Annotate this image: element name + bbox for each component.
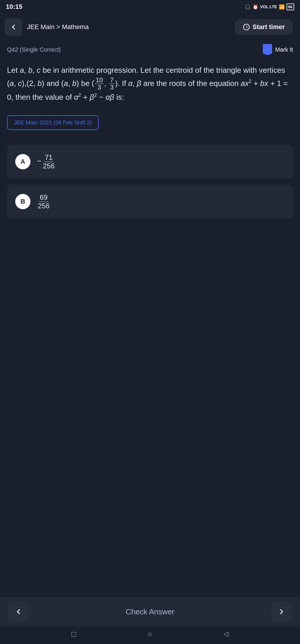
battery-indicator: 86: [287, 4, 294, 10]
option-a-negative: −: [37, 157, 41, 165]
back-button[interactable]: [5, 18, 22, 36]
android-nav-bar: □ ○ ◁: [0, 626, 300, 644]
exam-tag: JEE Main 2021 (24 Feb Shift 2): [7, 115, 99, 130]
question-type: Q42 (Single Correct): [7, 46, 61, 53]
clock-icon: [243, 24, 250, 30]
start-timer-label: Start timer: [253, 23, 285, 31]
wifi-icon: 📶: [279, 4, 285, 10]
alarm-icon: ⏰: [253, 4, 258, 10]
android-back-btn[interactable]: ◁: [224, 630, 229, 638]
option-a-letter: A: [15, 154, 30, 169]
nav-bar: JEE Main > Mathema Start timer: [0, 13, 300, 41]
option-a-value: −71256: [37, 153, 55, 170]
status-icons: 🎧 ⏰ VOL LTE 📶 86: [245, 4, 294, 10]
tag-container: JEE Main 2021 (24 Feb Shift 2): [0, 112, 300, 142]
option-b-card[interactable]: B 69256: [7, 185, 293, 219]
status-bar: 10:15 🎧 ⏰ VOL LTE 📶 86: [0, 0, 300, 13]
start-timer-button[interactable]: Start timer: [235, 19, 293, 35]
breadcrumb: JEE Main > Mathema: [27, 23, 230, 31]
check-answer-button[interactable]: Check Answer: [29, 607, 271, 616]
prev-question-button[interactable]: [8, 601, 29, 622]
android-home-btn[interactable]: ○: [148, 630, 152, 639]
bookmark-icon: [263, 44, 272, 55]
android-square-btn[interactable]: □: [71, 630, 76, 639]
mark-it-button[interactable]: Mark It: [263, 44, 293, 55]
next-question-button[interactable]: [271, 601, 292, 622]
question-content: Let a, b, c be in arithmetic progression…: [0, 61, 300, 112]
options-container: A −71256 B 69256: [0, 142, 300, 224]
question-header: Q42 (Single Correct) Mark It: [0, 41, 300, 61]
lte-label: VOL LTE: [260, 4, 277, 9]
mark-it-label: Mark It: [275, 46, 293, 53]
headphone-icon: 🎧: [245, 4, 251, 10]
option-b-letter: B: [15, 194, 30, 209]
option-b-value: 69256: [37, 193, 50, 210]
status-time: 10:15: [6, 3, 22, 11]
bottom-action-bar: Check Answer: [0, 597, 300, 626]
option-a-card[interactable]: A −71256: [7, 145, 293, 179]
